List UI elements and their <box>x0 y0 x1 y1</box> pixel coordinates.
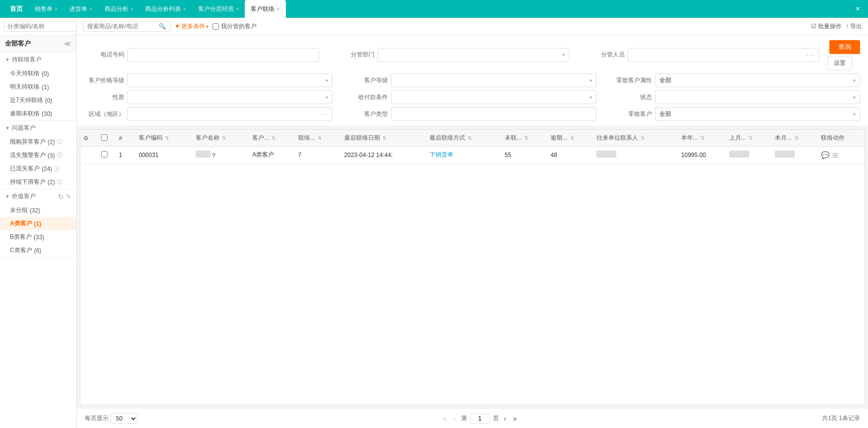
th-this-month[interactable]: 本月... ⇅ <box>772 130 818 147</box>
customers-table-container: ⚙ # 客户编码 ⇅ 客户名称 ⇅ <box>80 129 865 405</box>
next-page-button[interactable]: › <box>502 414 508 424</box>
customer-level-input[interactable]: ▾ <box>391 73 596 87</box>
sidebar-item-class-c[interactable]: C类客户 (6) <box>0 244 76 257</box>
sidebar-item-today[interactable]: 今天待联络 (0) <box>0 67 76 80</box>
status-input[interactable]: ▾ <box>655 90 860 104</box>
sidebar-item-tomorrow[interactable]: 明天待联络 (1) <box>0 80 76 94</box>
sidebar-all-customers-header[interactable]: 全部客户 ≪ <box>0 35 76 53</box>
th-code[interactable]: 客户编码 ⇅ <box>136 130 193 147</box>
th-overdue[interactable]: 逾期... ⇅ <box>547 130 594 147</box>
window-close-button[interactable]: × <box>852 4 864 13</box>
price-level-input[interactable]: ▾ <box>127 73 332 87</box>
qr-icon[interactable]: ⊞ <box>832 151 838 159</box>
filter-bar: 🔍 ▼ 更多条件 ▾ 我分管的客户 ☑ 批量操作 ↑ 导出 <box>77 18 868 35</box>
my-customers-checkbox[interactable]: 我分管的客户 <box>213 22 257 31</box>
th-checkbox[interactable] <box>98 130 116 147</box>
refresh-icon[interactable]: ↻ <box>58 193 64 201</box>
more-conditions-button[interactable]: ▼ 更多条件 ▾ <box>174 22 209 31</box>
ellipsis-icon: ··· <box>320 110 328 118</box>
sidebar-item-churn-warning[interactable]: 流失预警客户 (3) ⓘ <box>0 149 76 162</box>
dept-field: 分管部门 ▾ <box>335 48 569 62</box>
sidebar-item-class-b[interactable]: B类客户 (33) <box>0 230 76 244</box>
th-unit-contact[interactable]: 往来单位联系人 ⇅ <box>594 130 678 147</box>
gear-icon[interactable]: ⚙ <box>83 135 89 142</box>
row-select-checkbox[interactable] <box>101 151 108 158</box>
sidebar-item-7days[interactable]: 近7天待联络 (0) <box>0 94 76 107</box>
nav-tab-customer-contact[interactable]: 客户联络 × <box>245 0 285 18</box>
th-this-year[interactable]: 本年... ⇅ <box>678 130 726 147</box>
page-input[interactable] <box>470 414 490 424</box>
th-last-month[interactable]: 上月... ⇅ <box>726 130 772 147</box>
first-page-button[interactable]: « <box>441 414 449 424</box>
nav-tab-sales[interactable]: 销售单 × <box>29 0 63 18</box>
row-actions: 💬 ⊞ <box>818 147 865 163</box>
all-customers-label: 全部客户 <box>5 39 31 48</box>
row-last-method[interactable]: 下销货单 <box>427 147 502 163</box>
sidebar-item-unclassified[interactable]: 未分组 (32) <box>0 204 76 217</box>
chevron-down-icon: ▾ <box>590 95 592 100</box>
filter-search-icon[interactable]: 🔍 <box>159 23 166 30</box>
pending-contact-group-title[interactable]: ▼ 待联络客户 <box>0 53 76 67</box>
th-settings[interactable]: ⚙ <box>80 130 98 147</box>
th-last-date[interactable]: 最后联络日期 ⇅ <box>341 130 427 147</box>
page-navigation: « ‹ 第 页 › » <box>441 414 519 424</box>
expand-icon: ▼ <box>5 125 10 131</box>
th-customer-type[interactable]: 客户... ⇅ <box>249 130 295 147</box>
page-size-select[interactable]: 50 100 200 <box>110 413 138 424</box>
payment-input[interactable]: ▾ <box>391 90 596 104</box>
close-sales-tab[interactable]: × <box>54 6 57 12</box>
edit-icon[interactable]: ✎ <box>66 193 71 200</box>
region-field: 区域（地区） ··· <box>85 107 332 121</box>
batch-ops-button[interactable]: ☑ 批量操作 <box>811 22 842 31</box>
row-checkbox[interactable] <box>98 147 116 163</box>
expand-icon: ▼ <box>5 57 10 62</box>
nav-tab-product-list[interactable]: 商品分析列表 × <box>139 0 192 18</box>
customer-type-input[interactable] <box>391 107 596 121</box>
close-purchase-tab[interactable]: × <box>89 6 92 12</box>
settings-button[interactable]: 设置 <box>827 56 852 70</box>
sort-icon: ⇅ <box>318 135 322 141</box>
nav-tab-customer-tier[interactable]: 客户分层经营 × <box>192 0 245 18</box>
sidebar-item-hoarding[interactable]: 囤购异常客户 (2) ⓘ <box>0 135 76 149</box>
staff-input[interactable]: ··· <box>628 48 819 62</box>
sidebar-collapse-icon[interactable]: ≪ <box>64 40 71 48</box>
sidebar-item-overdue[interactable]: 逾期未联络 (30) <box>0 107 76 120</box>
region-input[interactable]: ··· <box>127 107 332 121</box>
value-customers-group-title[interactable]: ▼ 价值客户 ↻ ✎ <box>0 189 76 204</box>
close-customer-contact-tab[interactable]: × <box>276 6 279 12</box>
retail-customer-input[interactable]: 全部 ▾ <box>655 107 860 121</box>
last-method-link[interactable]: 下销货单 <box>430 151 453 158</box>
nav-tab-product-analysis[interactable]: 商品分析 × <box>99 0 139 18</box>
close-customer-tier-tab[interactable]: × <box>236 6 239 12</box>
prev-page-button[interactable]: ‹ <box>452 414 458 424</box>
filter-search-input[interactable] <box>87 23 157 30</box>
phone-input[interactable] <box>127 48 319 62</box>
batch-ops-icon: ☑ <box>811 23 816 30</box>
close-product-list-tab[interactable]: × <box>183 6 186 12</box>
sort-icon: ⇅ <box>468 135 472 141</box>
sidebar-item-class-a[interactable]: A类客户 (1) <box>0 217 76 230</box>
th-last-method[interactable]: 最后联络方式 ⇅ <box>427 130 502 147</box>
query-button[interactable]: 查询 <box>829 40 860 54</box>
row-code: 000031 <box>136 147 193 163</box>
retail-attr-field: 零散客户属性 全部 ▾ <box>612 73 860 87</box>
contact-icon[interactable]: 💬 <box>821 151 829 159</box>
chevron-down-icon: ▾ <box>326 78 328 83</box>
retail-attr-input[interactable]: 全部 ▾ <box>655 73 860 87</box>
last-page-button[interactable]: » <box>511 414 519 424</box>
sidebar-item-declining[interactable]: 持续下滑客户 (2) ⓘ <box>0 175 76 189</box>
th-contact-count[interactable]: 联络... ⇅ <box>295 130 341 147</box>
problem-customers-group-title[interactable]: ▼ 问题客户 <box>0 121 76 135</box>
sidebar-search-input[interactable] <box>4 21 77 32</box>
select-all-checkbox[interactable] <box>101 134 108 141</box>
sidebar-item-churned[interactable]: 已流失客户 (24) ⓘ <box>0 162 76 175</box>
th-name[interactable]: 客户名称 ⇅ <box>193 130 250 147</box>
export-button[interactable]: ↑ 导出 <box>846 22 862 31</box>
my-customers-check[interactable] <box>213 23 219 30</box>
nav-home[interactable]: 首页 <box>4 0 29 18</box>
nav-tab-purchase[interactable]: 进货单 × <box>63 0 98 18</box>
close-product-analysis-tab[interactable]: × <box>130 6 133 12</box>
dept-input[interactable]: ▾ <box>378 48 569 62</box>
th-no-contact[interactable]: 未联... ⇅ <box>502 130 548 147</box>
nature-input[interactable]: ▾ <box>127 90 332 104</box>
